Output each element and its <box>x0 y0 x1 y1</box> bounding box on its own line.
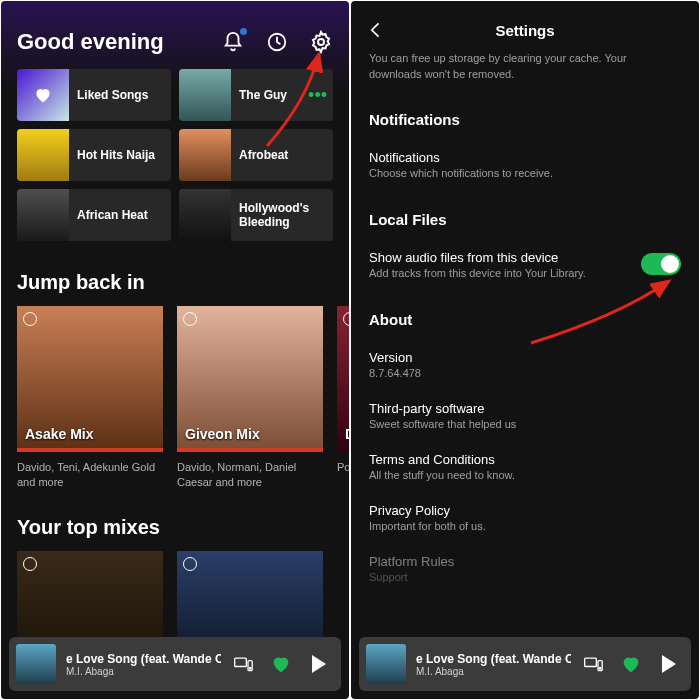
mini-player-art <box>366 644 406 684</box>
row-desc: Add tracks from this device into Your Li… <box>369 265 586 279</box>
card-title: Giveon Mix <box>185 426 260 442</box>
mini-player-info: e Love Song (feat. Wande Coal) M.I. Abag… <box>66 652 221 677</box>
row-label: Terms and Conditions <box>369 452 515 467</box>
card-partial[interactable]: D Post Brow <box>337 306 349 490</box>
accent-bar <box>17 448 163 452</box>
row-label: Notifications <box>369 150 553 165</box>
card-giveon-mix[interactable]: Giveon Mix Davido, Normani, Daniel Caesa… <box>177 306 323 490</box>
accent-bar <box>177 448 323 452</box>
row-label: Platform Rules <box>369 554 454 569</box>
storage-hint: You can free up storage by clearing your… <box>369 51 681 83</box>
home-header: Good evening <box>1 1 349 65</box>
category-about: About <box>369 311 681 328</box>
tile-label: Hot Hits Naija <box>69 148 171 162</box>
spotify-logo-icon <box>343 312 349 326</box>
svg-rect-5 <box>585 658 597 666</box>
header-icons <box>221 30 333 54</box>
devices-icon[interactable] <box>231 652 255 676</box>
gear-icon[interactable] <box>309 30 333 54</box>
home-screen: Good evening Liked Songs <box>1 1 349 699</box>
card-title: D <box>345 426 349 442</box>
back-arrow-icon[interactable] <box>365 19 387 41</box>
row-version[interactable]: Version 8.7.64.478 <box>369 342 681 383</box>
settings-body[interactable]: You can free up storage by clearing your… <box>351 51 699 587</box>
row-privacy[interactable]: Privacy Policy Important for both of us. <box>369 495 681 536</box>
spotify-logo-icon <box>23 557 37 571</box>
mini-player-controls <box>231 652 331 676</box>
category-local-files: Local Files <box>369 211 681 228</box>
svg-point-7 <box>599 667 601 669</box>
tile-label: African Heat <box>69 208 171 222</box>
card-subtitle: Davido, Teni, Adekunle Gold and more <box>17 452 163 490</box>
settings-header: Settings <box>351 1 699 51</box>
mini-player[interactable]: e Love Song (feat. Wande Coal) M.I. Abag… <box>359 637 691 691</box>
tile-liked-songs[interactable]: Liked Songs <box>17 69 171 121</box>
row-desc: All the stuff you need to know. <box>369 467 515 481</box>
liked-songs-art <box>17 69 69 121</box>
row-label: Third-party software <box>369 401 516 416</box>
spotify-logo-icon <box>23 312 37 326</box>
jump-back-row[interactable]: Asake Mix Davido, Teni, Adekunle Gold an… <box>1 306 349 490</box>
settings-screen: Settings You can free up storage by clea… <box>351 1 699 699</box>
tile-art <box>179 129 231 181</box>
local-files-toggle[interactable] <box>641 253 681 275</box>
card-title: Asake Mix <box>25 426 93 442</box>
mini-player-title: e Love Song (feat. Wande Coal) <box>66 652 221 666</box>
row-third-party[interactable]: Third-party software Sweet software that… <box>369 393 681 434</box>
bell-icon[interactable] <box>221 30 245 54</box>
tile-art <box>17 129 69 181</box>
tile-label: Liked Songs <box>69 88 171 102</box>
category-notifications: Notifications <box>369 111 681 128</box>
tile-hollywoods-bleeding[interactable]: Hollywood's Bleeding <box>179 189 333 241</box>
row-desc: Sweet software that helped us <box>369 416 516 430</box>
settings-title: Settings <box>387 22 685 39</box>
play-icon[interactable] <box>657 652 681 676</box>
svg-point-4 <box>249 667 251 669</box>
spotify-logo-icon <box>183 312 197 326</box>
tile-the-guy[interactable]: The Guy ••• <box>179 69 333 121</box>
card-subtitle: Post Brow <box>337 452 349 475</box>
greeting-text: Good evening <box>17 29 164 55</box>
history-icon[interactable] <box>265 30 289 54</box>
row-desc: 8.7.64.478 <box>369 365 421 379</box>
row-desc: Important for both of us. <box>369 518 486 532</box>
card-cover: Asake Mix <box>17 306 163 452</box>
tile-art <box>179 69 231 121</box>
card-asake-mix[interactable]: Asake Mix Davido, Teni, Adekunle Gold an… <box>17 306 163 490</box>
heart-icon[interactable] <box>619 652 643 676</box>
card-cover: D <box>337 306 349 452</box>
tile-label: Afrobeat <box>231 148 333 162</box>
tile-hot-hits[interactable]: Hot Hits Naija <box>17 129 171 181</box>
tile-label: The Guy <box>231 88 308 102</box>
row-terms[interactable]: Terms and Conditions All the stuff you n… <box>369 444 681 485</box>
row-label: Version <box>369 350 421 365</box>
mini-player-artist: M.I. Abaga <box>416 666 571 677</box>
heart-icon[interactable] <box>269 652 293 676</box>
mini-player-artist: M.I. Abaga <box>66 666 221 677</box>
more-icon[interactable]: ••• <box>308 85 333 106</box>
devices-icon[interactable] <box>581 652 605 676</box>
mini-player-controls <box>581 652 681 676</box>
svg-rect-2 <box>235 658 247 666</box>
tile-label: Hollywood's Bleeding <box>231 201 333 230</box>
section-your-top-mixes: Your top mixes <box>1 490 349 551</box>
mini-player[interactable]: e Love Song (feat. Wande Coal) M.I. Abag… <box>9 637 341 691</box>
play-icon[interactable] <box>307 652 331 676</box>
tile-african-heat[interactable]: African Heat <box>17 189 171 241</box>
row-label: Privacy Policy <box>369 503 486 518</box>
row-desc: Choose which notifications to receive. <box>369 165 553 179</box>
mini-player-title: e Love Song (feat. Wande Coal) <box>416 652 571 666</box>
row-label: Show audio files from this device <box>369 250 586 265</box>
row-show-audio-files[interactable]: Show audio files from this device Add tr… <box>369 242 681 283</box>
tile-art <box>179 189 231 241</box>
notification-dot-icon <box>240 28 247 35</box>
row-desc: Support <box>369 569 454 583</box>
tile-art <box>17 189 69 241</box>
tile-afrobeat[interactable]: Afrobeat <box>179 129 333 181</box>
shortcut-grid: Liked Songs The Guy ••• Hot Hits Naija A… <box>1 65 349 245</box>
mini-player-art <box>16 644 56 684</box>
row-platform-rules[interactable]: Platform Rules Support <box>369 546 681 587</box>
row-notifications[interactable]: Notifications Choose which notifications… <box>369 142 681 183</box>
mini-player-info: e Love Song (feat. Wande Coal) M.I. Abag… <box>416 652 571 677</box>
card-subtitle: Davido, Normani, Daniel Caesar and more <box>177 452 323 490</box>
